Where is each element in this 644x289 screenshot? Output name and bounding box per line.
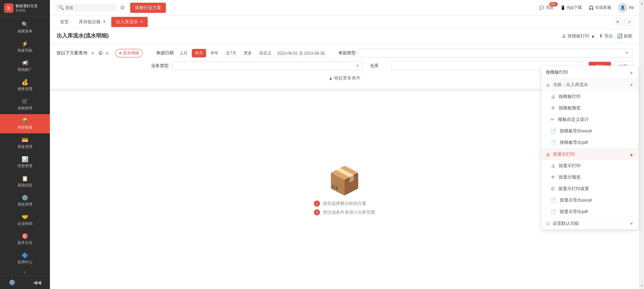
logo-icon: b (4, 3, 13, 13)
message-badge: 99+ (549, 2, 558, 6)
sidebar-item-sales[interactable]: 💰 销售管理 (0, 76, 50, 95)
display-preview-icon: 👁 (551, 175, 555, 180)
industry-btn[interactable]: 体验行业方案 (130, 3, 166, 13)
page-header: 出入库流水(流水明细) 🖨 按模板打印 ▲ ⬆ 导出 🔄 刷新 (50, 28, 639, 44)
sidebar-item-appcenter[interactable]: 🔷 应用中心 (0, 249, 50, 268)
date-btn-more[interactable]: 更多 (241, 49, 255, 57)
template-print-item[interactable]: 🖨 按模板打印 (541, 91, 638, 102)
query-type-badge[interactable]: ● 流水明细 (115, 49, 143, 57)
sidebar-item-finance[interactable]: 💳 资金管理 (0, 133, 50, 153)
template-pdf-item[interactable]: 📄 按模板导出pdf (541, 137, 638, 148)
sales-icon: 💰 (22, 79, 28, 85)
right-scrollbar: ▲ ▼ (639, 0, 644, 289)
display-section-header[interactable]: 🖨 按显示打印 ▲ (541, 149, 638, 160)
sidebar-item-system[interactable]: ⚙️ 系统管理 (0, 191, 50, 210)
print-template-btn[interactable]: 🖨 按模板打印 ▲ (562, 33, 595, 39)
display-preview-item[interactable]: 👁 按显示预览 (541, 172, 638, 183)
tab-close-all-btn[interactable]: ✕ (613, 19, 622, 25)
logo-text: 畅捷通好生意 (16, 3, 38, 8)
template-design-item[interactable]: ✏ 模板自定义设计 (541, 114, 638, 125)
app-download-btn[interactable]: 📱 App下载 (560, 5, 582, 10)
sidebar-item-operation[interactable]: 📊 经营管理 (0, 153, 50, 172)
guide-icon: 🎯 (22, 233, 28, 239)
date-picker-group: 上月 本月 本年 近7天 更多 自定义 (176, 49, 274, 57)
doc-type-select[interactable]: ▼ (358, 49, 633, 57)
page-title: 出入库流水(流水明细) (57, 32, 109, 44)
date-btn-last-month[interactable]: 上月 (176, 49, 191, 57)
sidebar-scroll-down[interactable]: ▼ (0, 269, 50, 275)
pdf-icon: 📄 (551, 140, 556, 145)
filter-expand-btn[interactable]: « (106, 50, 109, 56)
inventory-icon: 📦 (22, 117, 28, 124)
print-dropdown-panel: 按模板打印 ▲ 🖨 当前：出入库流水 ▼ 🖨 按模板打印 👁 按模板预览 ✏ 模 (541, 65, 639, 230)
date-btn-current-month[interactable]: 本月 (192, 49, 206, 57)
scroll-up-btn[interactable]: ▲ (640, 1, 644, 6)
date-btn-custom[interactable]: 自定义 (256, 49, 274, 57)
app-download-icon: 📱 (560, 5, 565, 10)
logo-sub: 标准版 (16, 8, 38, 13)
display-section-arrow: ▲ (629, 152, 634, 157)
set-default-btn[interactable]: ☑ 设置默认功能 ▼ (541, 218, 638, 229)
dropdown-header[interactable]: 按模板打印 ▲ (541, 66, 638, 79)
display-settings-icon: ⚙ (551, 186, 555, 191)
page-header-actions: 🖨 按模板打印 ▲ ⬆ 导出 🔄 刷新 (562, 33, 633, 43)
sidebar-item-inventory[interactable]: 📦 库存核算 (0, 114, 50, 133)
topbar-gear-icon[interactable]: ⚙ (120, 4, 125, 11)
date-range-display: 2023-06-01 至 2023-06-30 (277, 51, 325, 56)
topbar-search[interactable]: 🔍 (55, 4, 116, 11)
export-btn[interactable]: ⬆ 导出 (599, 33, 613, 39)
quicknav-icon: ⚡ (22, 41, 28, 47)
date-btn-current-year[interactable]: 本年 (207, 49, 222, 57)
filter-settings-btn[interactable]: ⚙ (98, 50, 103, 56)
sidebar-nav: 🔍 搜索菜单 ⚡ 快捷导航 📢 营销推广 💰 销售管理 🛒 采购管理 📦 库存核… (0, 17, 50, 269)
message-btn[interactable]: 💬 消息 99+ (539, 5, 554, 10)
topbar-right: 💬 消息 99+ 📱 App下载 🎧 在线客服 👤 Rit (539, 3, 634, 12)
dropdown-header-arrow[interactable]: ▲ (629, 70, 634, 75)
template-preview-item[interactable]: 👁 按模板预览 (541, 102, 638, 114)
sidebar-item-marketing[interactable]: 📢 营销推广 (0, 56, 50, 76)
empty-step-1: 1 请先选择要分析的方案 (314, 201, 375, 207)
biz-type-arrow: ▼ (355, 63, 359, 68)
tab-flow[interactable]: 出入库流水 ✕ (111, 17, 148, 27)
tab-flow-close[interactable]: ✕ (140, 20, 143, 24)
search-icon: 🔍 (59, 5, 64, 10)
finance-icon: 💳 (22, 137, 28, 143)
display-pdf-item[interactable]: 📄 按显示导出pdf (541, 206, 638, 217)
filter-row-1: 按以下方案查询 ＋ ⚙ « ● 流水明细 单据日期 上月 本月 本年 近7天 (57, 49, 633, 57)
sidebar-item-quicknav[interactable]: ⚡ 快捷导航 (0, 37, 50, 56)
biz-type-select[interactable]: ▼ (172, 61, 363, 70)
filter-label: 按以下方案查询 (57, 50, 87, 56)
sidebar-item-guide[interactable]: 🎯 新手引导 (0, 230, 50, 249)
operation-icon: 📊 (22, 156, 28, 162)
date-btn-last7days[interactable]: 近7天 (223, 49, 239, 57)
display-settings-item[interactable]: ⚙ 按显示打印设置 (541, 183, 638, 194)
sidebar-item-purchase[interactable]: 🛒 采购管理 (0, 95, 50, 114)
sidebar-item-collab[interactable]: 🤝 企业协同 (0, 210, 50, 230)
tab-home[interactable]: 首页 (55, 17, 74, 27)
refresh-btn[interactable]: 🔄 刷新 (617, 33, 633, 39)
user-profile[interactable]: 👤 Rit (618, 3, 634, 12)
display-excel-item[interactable]: 📄 按显示导出excel (541, 194, 638, 206)
display-print-item[interactable]: 🖨 按显示打印 (541, 160, 638, 172)
online-service-btn[interactable]: 🎧 在线客服 (589, 5, 611, 10)
appcenter-icon: 🔷 (22, 252, 28, 259)
design-icon: ✏ (551, 117, 555, 122)
settings-icon[interactable]: ⚙️ (9, 279, 16, 286)
tab-expand-btn[interactable]: ⤢ (624, 19, 634, 25)
warehouse-label: 仓库 (370, 63, 388, 69)
search-input[interactable] (65, 5, 99, 10)
tab-batch[interactable]: 库存批次账 ✕ (74, 17, 111, 27)
sidebar-bottom: ⚙️ ◀◀ (0, 275, 50, 289)
scroll-down-btn[interactable]: ▼ (640, 283, 644, 288)
display-group: 🖨 按显示打印 👁 按显示预览 ⚙ 按显示打印设置 📄 按显示导出excel 📄… (541, 160, 638, 218)
filter-query-section: 按以下方案查询 ＋ ⚙ « (57, 50, 109, 57)
template-excel-item[interactable]: 📄 按模板导出excel (541, 125, 638, 137)
filter-add-btn[interactable]: ＋ (90, 50, 95, 57)
sidebar-item-basic[interactable]: 📋 基础信息 (0, 172, 50, 191)
tab-batch-close[interactable]: ✕ (103, 20, 106, 24)
chevron-up-icon: ▲ (591, 33, 595, 38)
default-func-icon: ☑ (546, 221, 550, 226)
collapse-icon[interactable]: ◀◀ (33, 279, 41, 286)
dropdown-current[interactable]: 🖨 当前：出入库流水 ▼ (541, 79, 638, 91)
sidebar-item-search[interactable]: 🔍 搜索菜单 (0, 18, 50, 37)
